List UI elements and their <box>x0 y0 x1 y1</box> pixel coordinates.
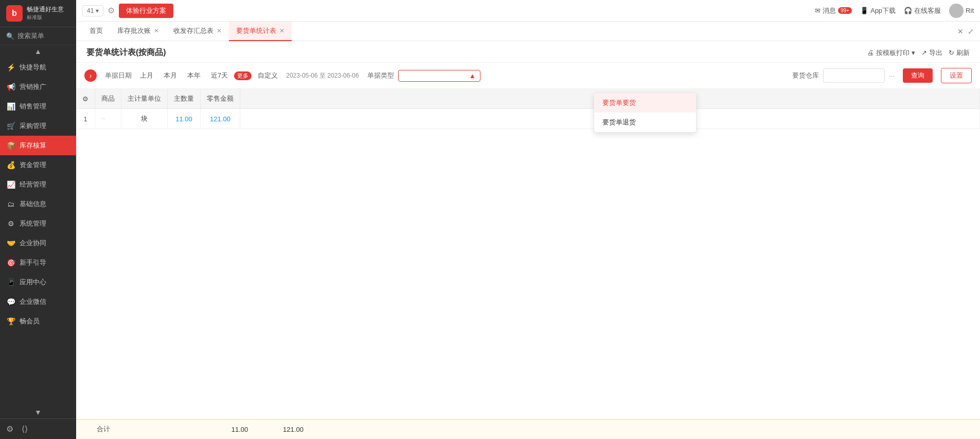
app-download-icon: 📱 <box>860 7 868 14</box>
th-gear[interactable]: ⚙ <box>76 89 95 109</box>
sidebar-item-finance[interactable]: 💰 资金管理 <box>0 155 76 175</box>
page-actions: 🖨 按模板打印 ▾ ↗ 导出 ↻ 刷新 <box>867 48 970 58</box>
tab-close-all-icon[interactable]: ✕ <box>957 27 964 35</box>
warehouse-label: 要货仓库 <box>792 71 819 80</box>
shortcut-this-year[interactable]: 本年 <box>183 70 205 81</box>
topbar-settings-icon[interactable]: ⚙ <box>108 6 115 15</box>
main-area: 41 ▾ ⚙ 体验行业方案 ✉ 消息 99+ 📱 App下载 🎧 在线客服 R <box>76 0 980 439</box>
tab-inventory_batch[interactable]: 库存批次账 ✕ <box>110 22 166 41</box>
sidebar-icon-purchase: 🛒 <box>6 121 15 131</box>
footer-qty: 11.00 <box>219 426 260 433</box>
user-avatar[interactable]: Rit <box>949 4 974 18</box>
sidebar-label-wechat: 企业微信 <box>20 297 46 306</box>
sidebar-label-system: 系统管理 <box>20 219 46 228</box>
app-download-action[interactable]: 📱 App下载 <box>860 6 896 15</box>
trial-button[interactable]: 体验行业方案 <box>119 4 173 18</box>
top-bar: 41 ▾ ⚙ 体验行业方案 ✉ 消息 99+ 📱 App下载 🎧 在线客服 R <box>76 0 980 22</box>
message-action[interactable]: ✉ 消息 99+ <box>815 6 852 15</box>
avatar-image <box>949 4 964 18</box>
message-icon: ✉ <box>815 7 821 14</box>
tab-recv_summary[interactable]: 收发存汇总表 ✕ <box>166 22 229 41</box>
query-button[interactable]: 查询 <box>903 68 933 83</box>
filter-bar: › 单据日期 上月 本月 本年 近7天 更多 自定义 2023-05-06 至 … <box>76 63 980 89</box>
filter-expand-button[interactable]: › <box>84 69 97 82</box>
sidebar-icon-marketing: 📢 <box>6 82 15 92</box>
sidebar-item-wechat[interactable]: 💬 企业微信 <box>0 292 76 312</box>
sidebar-scroll-down[interactable]: ▼ <box>0 406 76 418</box>
refresh-icon: ↻ <box>949 49 954 57</box>
sidebar-icon-enterprise: 🤝 <box>6 239 15 248</box>
tab-close-recv_summary[interactable]: ✕ <box>217 27 222 34</box>
sidebar-item-guide[interactable]: 🎯 新手引导 <box>0 253 76 272</box>
td-qty-0[interactable]: 11.00 <box>168 109 201 129</box>
sidebar-label-marketing: 营销推广 <box>20 82 46 92</box>
td-unit-0: 块 <box>121 109 168 129</box>
tab-order_summary[interactable]: 要货单统计表 ✕ <box>229 22 292 41</box>
settings-bottom-icon[interactable]: ⚙ <box>6 424 13 434</box>
td-amount-0[interactable]: 121.00 <box>201 109 240 129</box>
th-product: 商品 <box>95 89 121 109</box>
date-filter-group: 单据日期 上月 本月 本年 近7天 更多 自定义 2023-05-06 至 20… <box>105 70 359 81</box>
warehouse-input[interactable] <box>823 68 885 83</box>
top-bar-left: 41 ▾ ⚙ 体验行业方案 <box>82 4 809 18</box>
sidebar-item-member[interactable]: 🏆 畅会员 <box>0 312 76 331</box>
search-menu[interactable]: 🔍 搜索菜单 <box>0 27 76 45</box>
table-row: 1 块 11.00 121.00 <box>76 109 980 129</box>
sidebar-item-enterprise[interactable]: 🤝 企业协同 <box>0 233 76 253</box>
tab-label-inventory_batch: 库存批次账 <box>117 26 151 35</box>
page-header: 要货单统计表(按商品) 🖨 按模板打印 ▾ ↗ 导出 ↻ 刷新 <box>76 41 980 63</box>
footer-label: 合计 <box>82 425 110 434</box>
sidebar-label-basic: 基础信息 <box>20 199 46 209</box>
table-footer: 合计 11.00 121.00 <box>76 419 980 439</box>
data-table: ⚙ 商品 主计量单位 主数量 零售金额 1 块 11.00 <box>76 89 980 129</box>
sidebar-label-inventory: 库存核算 <box>20 141 46 150</box>
shortcut-custom[interactable]: 自定义 <box>254 70 282 81</box>
online-service-action[interactable]: 🎧 在线客服 <box>904 6 941 15</box>
tab-close-inventory_batch[interactable]: ✕ <box>154 27 159 34</box>
table-body: 1 块 11.00 121.00 <box>76 109 980 129</box>
app-logo: b 畅捷通好生意 标准版 <box>0 0 76 27</box>
sidebar-item-sales[interactable]: 📊 销售管理 <box>0 97 76 116</box>
shortcut-7days[interactable]: 近7天 <box>207 70 232 81</box>
tab-maximize-icon[interactable]: ⤢ <box>968 27 974 35</box>
tab-label-recv_summary: 收发存汇总表 <box>173 26 213 35</box>
print-action[interactable]: 🖨 按模板打印 ▾ <box>867 48 915 58</box>
tab-close-order_summary[interactable]: ✕ <box>279 27 284 34</box>
filter-settings-button[interactable]: 设置 <box>941 68 972 83</box>
filter-more-icon[interactable]: ··· <box>889 72 895 80</box>
type-filter-select[interactable]: ▲ <box>398 70 480 82</box>
sidebar-item-basic[interactable]: 🗂 基础信息 <box>0 194 76 214</box>
td-product-0 <box>95 109 121 129</box>
refresh-action[interactable]: ↻ 刷新 <box>949 48 970 58</box>
sidebar-scroll-up[interactable]: ▲ <box>0 45 76 58</box>
sidebar-label-quick_nav: 快捷导航 <box>20 63 46 72</box>
sidebar-item-inventory[interactable]: 📦 库存核算 <box>0 136 76 155</box>
sidebar-item-system[interactable]: ⚙ 系统管理 <box>0 214 76 233</box>
sidebar-item-quick_nav[interactable]: ⚡ 快捷导航 <box>0 58 76 77</box>
sidebar-icon-operations: 📈 <box>6 180 15 189</box>
sidebar-item-operations[interactable]: 📈 经营管理 <box>0 175 76 194</box>
date-shortcuts: 上月 本月 本年 近7天 更多 自定义 <box>136 70 282 81</box>
sidebar-item-apps[interactable]: 📱 应用中心 <box>0 272 76 292</box>
tab-label-home: 首页 <box>90 26 103 35</box>
shortcut-this-month[interactable]: 本月 <box>159 70 181 81</box>
sidebar-collapse-icon[interactable]: ⟨⟩ <box>22 424 28 434</box>
shortcut-more[interactable]: 更多 <box>234 71 252 80</box>
tab-home[interactable]: 首页 <box>82 22 110 41</box>
product-tag-0 <box>101 118 105 119</box>
sidebar-icon-finance: 💰 <box>6 160 15 170</box>
sidebar-icon-guide: 🎯 <box>6 258 15 267</box>
sidebar-icon-apps: 📱 <box>6 278 15 287</box>
dropdown-item-order-return[interactable]: 要货单退货 <box>594 113 696 132</box>
shortcut-last-month[interactable]: 上月 <box>136 70 157 81</box>
warehouse-filter-group: 要货仓库 ··· <box>792 68 895 83</box>
tab-bar: 首页库存批次账 ✕收发存汇总表 ✕要货单统计表 ✕ ✕ ⤢ <box>76 22 980 41</box>
date-filter-label: 单据日期 <box>105 71 132 80</box>
type-select-chevron: ▲ <box>469 72 476 80</box>
dropdown-item-order-goods[interactable]: 要货单要货 <box>594 93 696 113</box>
sidebar-item-marketing[interactable]: 📢 营销推广 <box>0 77 76 97</box>
export-action[interactable]: ↗ 导出 <box>921 48 942 58</box>
type-filter-label: 单据类型 <box>367 71 394 80</box>
sidebar-item-purchase[interactable]: 🛒 采购管理 <box>0 116 76 136</box>
version-select[interactable]: 41 ▾ <box>82 5 103 16</box>
